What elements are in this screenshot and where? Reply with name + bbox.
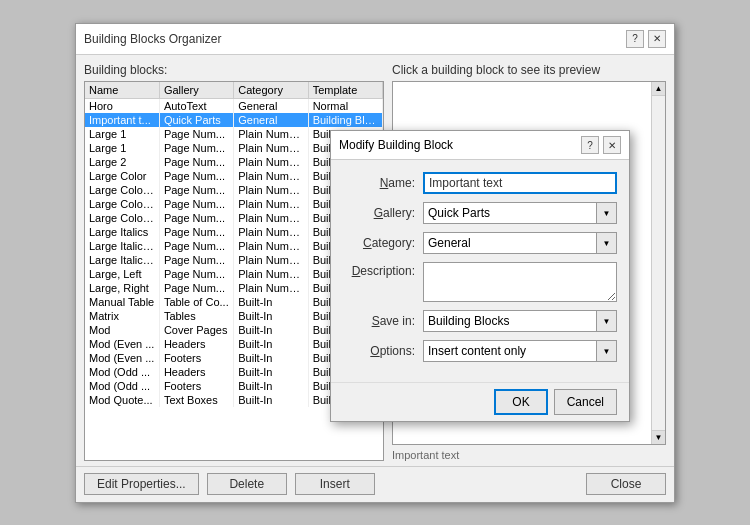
- main-close-button[interactable]: ✕: [648, 30, 666, 48]
- description-input[interactable]: [423, 262, 617, 302]
- cell-category: Built-In: [234, 365, 308, 379]
- edit-properties-button[interactable]: Edit Properties...: [84, 473, 199, 495]
- category-select[interactable]: General ▼: [423, 232, 617, 254]
- modify-dialog: Modify Building Block ? ✕ Name: Gallery:…: [330, 130, 630, 422]
- cell-name: Large, Right: [85, 281, 159, 295]
- preview-label: Click a building block to see its previe…: [392, 63, 666, 77]
- modify-dialog-buttons: OK Cancel: [331, 382, 629, 421]
- main-dialog-titlebar: Building Blocks Organizer ? ✕: [76, 24, 674, 55]
- col-header-template[interactable]: Template: [308, 82, 382, 99]
- cell-gallery: Page Num...: [159, 197, 233, 211]
- modify-dialog-titlebar: Modify Building Block ? ✕: [331, 131, 629, 160]
- cell-name: Large Color 3: [85, 211, 159, 225]
- cell-gallery: AutoText: [159, 98, 233, 113]
- cell-category: Plain Number: [234, 211, 308, 225]
- cell-gallery: Quick Parts: [159, 113, 233, 127]
- cell-name: Large Color: [85, 169, 159, 183]
- main-help-button[interactable]: ?: [626, 30, 644, 48]
- dialog-bottom: Edit Properties... Delete Insert Close: [76, 466, 674, 502]
- cell-category: Plain Number: [234, 183, 308, 197]
- gallery-row: Gallery: Quick Parts ▼: [343, 202, 617, 224]
- col-header-category[interactable]: Category: [234, 82, 308, 99]
- left-panel-label: Building blocks:: [84, 63, 384, 77]
- cell-name: Large 1: [85, 141, 159, 155]
- description-row: Description:: [343, 262, 617, 302]
- cell-gallery: Page Num...: [159, 169, 233, 183]
- options-select[interactable]: Insert content only ▼: [423, 340, 617, 362]
- table-row[interactable]: Important t...Quick PartsGeneralBuilding…: [85, 113, 383, 127]
- cell-gallery: Page Num...: [159, 183, 233, 197]
- cell-gallery: Page Num...: [159, 127, 233, 141]
- cell-name: Mod (Odd ...: [85, 365, 159, 379]
- cell-category: Plain Number: [234, 169, 308, 183]
- main-dialog-title: Building Blocks Organizer: [84, 32, 221, 46]
- category-row: Category: General ▼: [343, 232, 617, 254]
- cell-category: Built-In: [234, 309, 308, 323]
- cell-name: Important t...: [85, 113, 159, 127]
- cell-gallery: Headers: [159, 337, 233, 351]
- cell-gallery: Page Num...: [159, 225, 233, 239]
- cell-name: Large Color 1: [85, 183, 159, 197]
- scroll-up-btn[interactable]: ▲: [652, 82, 665, 96]
- gallery-select[interactable]: Quick Parts ▼: [423, 202, 617, 224]
- cell-name: Horo: [85, 98, 159, 113]
- cell-category: Plain Number: [234, 155, 308, 169]
- gallery-dropdown-arrow[interactable]: ▼: [596, 203, 616, 223]
- options-label: Options:: [343, 344, 423, 358]
- cell-gallery: Page Num...: [159, 253, 233, 267]
- cell-name: Mod: [85, 323, 159, 337]
- delete-button[interactable]: Delete: [207, 473, 287, 495]
- col-header-name[interactable]: Name: [85, 82, 159, 99]
- cell-category: Plain Number: [234, 281, 308, 295]
- cell-gallery: Page Num...: [159, 141, 233, 155]
- preview-caption: Important text: [392, 449, 666, 461]
- cell-gallery: Headers: [159, 365, 233, 379]
- cell-gallery: Footers: [159, 351, 233, 365]
- options-dropdown-arrow[interactable]: ▼: [596, 341, 616, 361]
- cell-category: Plain Number: [234, 267, 308, 281]
- save-in-row: Save in: Building Blocks ▼: [343, 310, 617, 332]
- modify-close-button[interactable]: ✕: [603, 136, 621, 154]
- gallery-value: Quick Parts: [428, 206, 490, 220]
- name-label: Name:: [343, 176, 423, 190]
- cell-gallery: Page Num...: [159, 281, 233, 295]
- cell-category: Plain Number: [234, 141, 308, 155]
- name-input[interactable]: [423, 172, 617, 194]
- cell-template: Normal: [308, 98, 382, 113]
- modify-help-button[interactable]: ?: [581, 136, 599, 154]
- cell-gallery: Text Boxes: [159, 393, 233, 407]
- cell-gallery: Table of Co...: [159, 295, 233, 309]
- cell-category: Built-In: [234, 379, 308, 393]
- cell-category: Plain Number: [234, 197, 308, 211]
- category-dropdown-arrow[interactable]: ▼: [596, 233, 616, 253]
- close-button[interactable]: Close: [586, 473, 666, 495]
- cell-gallery: Page Num...: [159, 267, 233, 281]
- save-in-dropdown-arrow[interactable]: ▼: [596, 311, 616, 331]
- scroll-down-btn[interactable]: ▼: [652, 430, 665, 444]
- ok-button[interactable]: OK: [494, 389, 547, 415]
- table-row[interactable]: HoroAutoTextGeneralNormal: [85, 98, 383, 113]
- cancel-button[interactable]: Cancel: [554, 389, 617, 415]
- options-row: Options: Insert content only ▼: [343, 340, 617, 362]
- cell-name: Matrix: [85, 309, 159, 323]
- cell-category: Plain Number: [234, 225, 308, 239]
- cell-category: Built-In: [234, 295, 308, 309]
- cell-name: Large Italics: [85, 225, 159, 239]
- cell-category: Plain Number: [234, 127, 308, 141]
- cell-name: Large 1: [85, 127, 159, 141]
- cell-category: Plain Number: [234, 253, 308, 267]
- cell-gallery: Cover Pages: [159, 323, 233, 337]
- cell-gallery: Page Num...: [159, 211, 233, 225]
- name-row: Name:: [343, 172, 617, 194]
- cell-name: Mod (Even ...: [85, 351, 159, 365]
- col-header-gallery[interactable]: Gallery: [159, 82, 233, 99]
- cell-category: Built-In: [234, 351, 308, 365]
- modify-dialog-title: Modify Building Block: [339, 138, 453, 152]
- save-in-select[interactable]: Building Blocks ▼: [423, 310, 617, 332]
- cell-template: Building Blo...: [308, 113, 382, 127]
- description-label: Description:: [343, 262, 423, 278]
- cell-name: Large Color 2: [85, 197, 159, 211]
- main-titlebar-controls: ? ✕: [626, 30, 666, 48]
- insert-button[interactable]: Insert: [295, 473, 375, 495]
- category-label: Category:: [343, 236, 423, 250]
